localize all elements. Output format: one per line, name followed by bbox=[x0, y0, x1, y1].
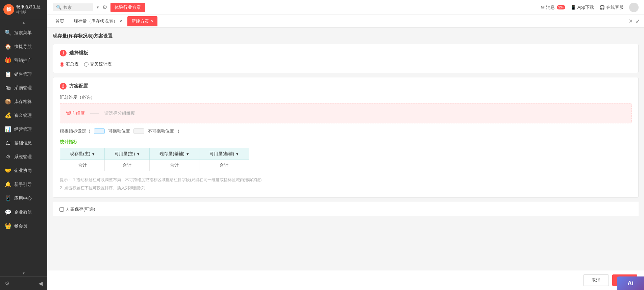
sidebar-item-quick-nav[interactable]: 🏠快捷导航 bbox=[0, 40, 47, 53]
radio-cross[interactable]: 交叉统计表 bbox=[84, 61, 112, 67]
sidebar-label-new-guide: 新手引导 bbox=[14, 182, 32, 188]
topbar-right: ✉ 消息 99+ 📱 App下载 🎧 在线客服 bbox=[541, 3, 639, 12]
save-checkbox[interactable] bbox=[59, 207, 64, 212]
sidebar-item-cooperation[interactable]: 🤝企业协同 bbox=[0, 164, 47, 177]
headset-icon: 🎧 bbox=[599, 5, 605, 10]
sidebar-item-operations[interactable]: 📊经营管理 bbox=[0, 122, 47, 136]
sidebar-icon-new-guide: 🔔 bbox=[5, 181, 11, 188]
dimension-box[interactable]: *纵向维度 —— 请选择分组维度 bbox=[60, 103, 631, 123]
template-indicator-label: 模板指标设定（ bbox=[60, 128, 91, 134]
th-available-main[interactable]: 可用量(主) ▾ bbox=[105, 148, 149, 160]
new-plan-tab-label: 新建方案 bbox=[131, 18, 149, 24]
sidebar-item-new-guide[interactable]: 🔔新手引导 bbox=[0, 177, 47, 191]
sidebar-item-purchase[interactable]: 🛍采购管理 bbox=[0, 81, 47, 95]
sidebar-icon-members: 👑 bbox=[5, 223, 11, 229]
close-panel-icon[interactable]: ✕ bbox=[628, 18, 633, 24]
th-current-aux-label: 现存量(基辅) bbox=[159, 151, 184, 157]
tips-label: 提示： 1.拖动标题栏可以调整布局，不可跨维度或指标区域拖动栏目字段(只能在同一… bbox=[60, 176, 631, 184]
tab-home[interactable]: 首页 bbox=[51, 16, 68, 26]
sidebar-label-operations: 经营管理 bbox=[14, 126, 32, 132]
tips-section: 提示： 1.拖动标题栏可以调整布局，不可跨维度或指标区域拖动栏目字段(只能在同一… bbox=[60, 176, 631, 192]
sidebar-icon-operations: 📊 bbox=[5, 126, 11, 132]
sidebar-scroll-down[interactable]: ▼ bbox=[0, 270, 47, 276]
sidebar-label-marketing: 营销推广 bbox=[14, 57, 32, 64]
sidebar-item-members[interactable]: 👑畅会员 bbox=[0, 219, 47, 233]
sidebar-label-inventory: 库存核算 bbox=[14, 99, 32, 105]
sidebar-item-sales[interactable]: 📋销售管理 bbox=[0, 67, 47, 81]
logo-icon: 畅 bbox=[3, 4, 14, 15]
sidebar-label-finance: 资金管理 bbox=[14, 113, 32, 119]
app-download-label: App下载 bbox=[577, 4, 594, 10]
topbar-settings-icon[interactable]: ⚙ bbox=[102, 4, 107, 10]
tip-2: 2. 点击标题栏下拉可设置排序、插入列和删除列 bbox=[60, 184, 631, 192]
sidebar-item-marketing[interactable]: 🎁营销推广 bbox=[0, 53, 47, 67]
sidebar-item-finance[interactable]: 💰资金管理 bbox=[0, 108, 47, 122]
th-current-aux-dropdown[interactable]: ▾ bbox=[187, 151, 189, 156]
search-input[interactable] bbox=[64, 5, 91, 10]
fixed-label: 不可拖动位置 bbox=[148, 128, 174, 134]
app-version: 标准版 bbox=[16, 10, 41, 15]
section2-num: 2 bbox=[60, 83, 67, 90]
dimension-required-text: *纵向维度 bbox=[66, 110, 85, 116]
sidebar-icon-system: ⚙ bbox=[5, 153, 11, 160]
sidebar-item-search-menu[interactable]: 🔍搜索菜单 bbox=[0, 26, 47, 40]
search-box[interactable]: 🔍 bbox=[53, 3, 93, 11]
sidebar-scroll-up[interactable]: ▲ bbox=[0, 19, 47, 26]
sidebar-item-inventory[interactable]: 📦库存核算 bbox=[0, 95, 47, 108]
th-current-main[interactable]: 现存量(主) ▾ bbox=[60, 148, 105, 160]
th-current-aux[interactable]: 现存量(基辅) ▾ bbox=[149, 148, 199, 160]
template-indicator-row: 模板指标设定（ 可拖动位置 不可拖动位置 ） bbox=[60, 128, 631, 134]
sidebar-item-enterprise-wechat[interactable]: 💬企业微信 bbox=[0, 205, 47, 219]
dimension-dash: —— bbox=[90, 111, 99, 116]
tab-inventory[interactable]: 现存量（库存状况表） × bbox=[70, 16, 126, 26]
tab-new-plan[interactable]: 新建方案 × bbox=[127, 16, 157, 26]
ai-badge[interactable]: Ai bbox=[617, 276, 644, 290]
user-avatar[interactable] bbox=[629, 3, 639, 12]
th-current-main-dropdown[interactable]: ▾ bbox=[92, 151, 95, 156]
section1-num: 1 bbox=[60, 50, 67, 56]
section1-title: 选择模板 bbox=[69, 50, 88, 56]
sidebar-item-basic-info[interactable]: 🗂基础信息 bbox=[0, 136, 47, 150]
save-option-section: 方案保存(可选) bbox=[53, 202, 639, 216]
sidebar: 畅 畅康通好生意 标准版 ▲ 🔍搜索菜单🏠快捷导航🎁营销推广📋销售管理🛍采购管理… bbox=[0, 0, 47, 290]
radio-summary-input[interactable] bbox=[60, 62, 64, 67]
sidebar-item-app-center[interactable]: 📱应用中心 bbox=[0, 191, 47, 205]
sidebar-icon-marketing: 🎁 bbox=[5, 57, 11, 64]
collapse-icon[interactable]: ◀ bbox=[39, 280, 43, 287]
messages-badge: 99+ bbox=[557, 5, 565, 9]
stats-table: 现存量(主) ▾ 可用量(主) ▾ 现存量(基辅 bbox=[60, 148, 249, 171]
radio-cross-input[interactable] bbox=[84, 62, 89, 67]
expand-icon[interactable]: ⤢ bbox=[636, 18, 640, 24]
radio-summary[interactable]: 汇总表 bbox=[60, 61, 79, 67]
dimension-label: 汇总维度（必选） bbox=[60, 94, 631, 100]
app-download-button[interactable]: 📱 App下载 bbox=[571, 4, 594, 10]
customer-service-button[interactable]: 🎧 在线客服 bbox=[599, 4, 624, 10]
stats-section-title: 统计指标 bbox=[60, 139, 631, 145]
table-cell-0-3: 合计 bbox=[199, 160, 249, 171]
messages-button[interactable]: ✉ 消息 99+ bbox=[541, 4, 565, 10]
messages-label: 消息 bbox=[546, 4, 555, 10]
movable-indicator bbox=[94, 128, 105, 134]
table-row: 合计合计合计合计 bbox=[60, 160, 249, 171]
th-available-main-dropdown[interactable]: ▾ bbox=[137, 151, 140, 156]
th-available-aux-dropdown[interactable]: ▾ bbox=[236, 151, 239, 156]
sidebar-icon-cooperation: 🤝 bbox=[5, 167, 11, 174]
movable-label: 可拖动位置 bbox=[108, 128, 130, 134]
sidebar-label-sales: 销售管理 bbox=[14, 71, 32, 77]
sidebar-bottom: ⚙ ◀ bbox=[0, 276, 47, 290]
dropdown-icon[interactable]: ▾ bbox=[97, 5, 99, 10]
inventory-tab-close[interactable]: × bbox=[120, 19, 122, 24]
table-cell-0-0: 合计 bbox=[60, 160, 105, 171]
sidebar-icon-enterprise-wechat: 💬 bbox=[5, 209, 11, 215]
th-available-aux[interactable]: 可用量(基辅) ▾ bbox=[199, 148, 249, 160]
trial-button[interactable]: 体验行业方案 bbox=[110, 3, 145, 12]
sidebar-item-system[interactable]: ⚙系统管理 bbox=[0, 150, 47, 164]
topbar: 🔍 ▾ ⚙ 体验行业方案 ✉ 消息 99+ 📱 App下载 🎧 在线客服 bbox=[47, 0, 644, 15]
settings-icon[interactable]: ⚙ bbox=[5, 280, 9, 287]
save-checkbox-label[interactable]: 方案保存(可选) bbox=[59, 206, 95, 212]
sidebar-icon-app-center: 📱 bbox=[5, 195, 11, 201]
cancel-button[interactable]: 取消 bbox=[583, 274, 609, 286]
new-plan-tab-close[interactable]: × bbox=[151, 19, 153, 24]
inventory-tab-label: 现存量（库存状况表） bbox=[74, 18, 118, 24]
sidebar-icon-quick-nav: 🏠 bbox=[5, 43, 11, 50]
